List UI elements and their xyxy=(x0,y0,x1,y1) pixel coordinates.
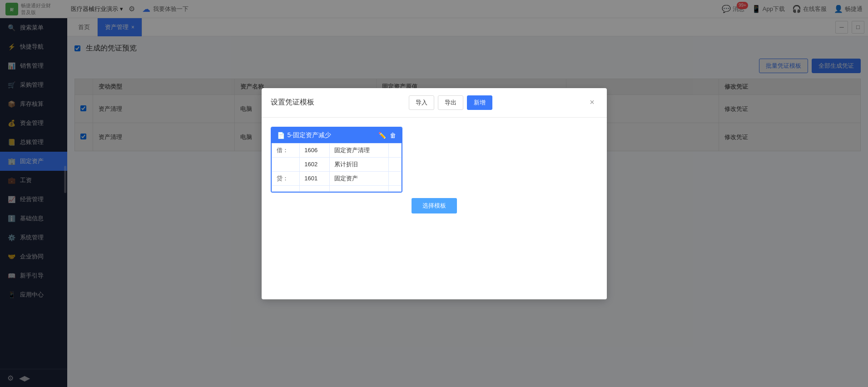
content-area: 首页 资产管理 × ─ □ 生成的凭证预览 批量凭证模板 xyxy=(67,18,868,387)
template-doc-icon: 📄 xyxy=(277,132,285,139)
modal-title: 设置凭证模板 xyxy=(271,98,314,107)
entry3-amount xyxy=(388,171,401,185)
template-entries-table: 借： 1606 固定资产清理 1602 累计折旧 xyxy=(272,143,402,192)
template-entry-row: 借： 1606 固定资产清理 xyxy=(272,143,401,157)
entry1-code: 1606 xyxy=(300,143,330,157)
template-card: 📄 5-固定资产减少 ✏️ 🗑 xyxy=(271,127,402,193)
modal-body: 📄 5-固定资产减少 ✏️ 🗑 xyxy=(262,118,607,299)
template-edit-icon[interactable]: ✏️ xyxy=(378,132,386,139)
template-card-actions: ✏️ 🗑 xyxy=(378,132,396,139)
new-btn[interactable]: 新增 xyxy=(467,95,492,110)
import-btn[interactable]: 导入 xyxy=(409,95,434,110)
modal-header: 设置凭证模板 导入 导出 新增 × xyxy=(262,88,607,118)
entry1-name: 固定资产清理 xyxy=(329,143,388,157)
entry3-code: 1601 xyxy=(300,171,330,185)
template-body: 借： 1606 固定资产清理 1602 累计折旧 xyxy=(272,143,402,192)
entry3-name: 固定资产 xyxy=(329,171,388,185)
template-delete-icon[interactable]: 🗑 xyxy=(390,132,396,139)
entry2-name: 累计折旧 xyxy=(329,157,388,171)
export-btn[interactable]: 导出 xyxy=(438,95,463,110)
app-container: 财 畅捷通好业财 普及版 医疗器械行业演示 ▾ ⚙ ☁ 我要体验一下 xyxy=(0,0,868,387)
main-area: 🔍 搜索菜单 ⚡ 快捷导航 📊 销售管理 🛒 采购管理 📦 库存核算 xyxy=(0,18,868,387)
entry1-amount xyxy=(388,143,401,157)
template-entry-row: 贷： 1601 固定资产 xyxy=(272,171,401,185)
modal-close-btn[interactable]: × xyxy=(587,97,598,108)
template-card-title: 📄 5-固定资产减少 xyxy=(277,131,331,139)
modal-toolbar: 导入 导出 新增 xyxy=(409,95,492,110)
template-entry-row: 1602 累计折旧 xyxy=(272,157,401,171)
entry1-type: 借： xyxy=(272,143,300,157)
entry2-type xyxy=(272,157,300,171)
modal-overlay: 设置凭证模板 导入 导出 新增 × 📄 xyxy=(67,18,868,387)
entry2-code: 1602 xyxy=(300,157,330,171)
template-modal: 设置凭证模板 导入 导出 新增 × 📄 xyxy=(262,88,607,299)
entry3-type: 贷： xyxy=(272,171,300,185)
select-template-btn[interactable]: 选择模板 xyxy=(412,198,457,213)
entry2-amount xyxy=(388,157,401,171)
template-card-header: 📄 5-固定资产减少 ✏️ 🗑 xyxy=(272,128,402,143)
template-name: 5-固定资产减少 xyxy=(288,131,331,139)
template-entry-empty-row xyxy=(272,185,401,191)
